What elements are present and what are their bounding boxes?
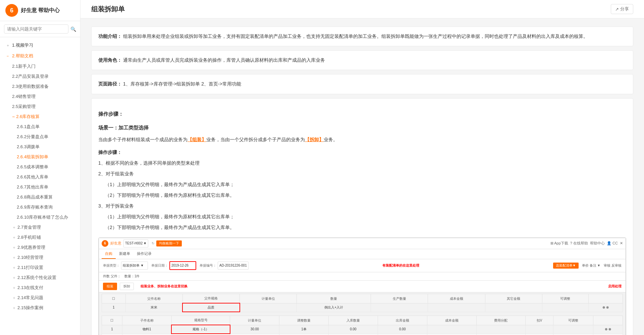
ss-type-btns: 组装 拆卸 组装业务、拆卸业务在这里切换 启用处理 [103, 283, 622, 290]
ss-upper-table-area: ☐ 父件名称 父件规格 计量单位 数量 生产数量 成本金额 其它金额 可调整 [99, 292, 626, 314]
ss-company-name: TEST-H002 [125, 240, 143, 246]
ss-nav-new[interactable]: 新建单 [116, 249, 133, 259]
sidebar-item-print[interactable]: ＋2.11打印设置 [0, 263, 80, 273]
ss-th-other-amt: 其它金额 [485, 294, 542, 303]
share-label: 分享 [620, 6, 629, 12]
sidebar-item-finance[interactable]: ＋2.7资金管理 [0, 222, 80, 232]
sidebar-item-settings[interactable]: ＋2.12系统个性化设置 [0, 273, 80, 283]
ss-disassembly-btn[interactable]: 拆卸 [120, 283, 134, 290]
step2: 2、对于组装业务 [98, 169, 626, 178]
sidebar-item-sales[interactable]: 2.4销售管理 [0, 92, 80, 102]
assembly-link[interactable]: 【组装】 [187, 137, 206, 142]
ss-th2-unit: 计量单位 [230, 316, 279, 325]
ss-order-type-input[interactable]: 组装拆卸单 ▼ [121, 262, 148, 270]
ss-refresh-icon[interactable]: ↻ [152, 240, 154, 246]
intro-text: 组装拆卸单用来处理企业组装或拆卸等加工业务，支持有固定装配清单的产品加工业务，也… [123, 34, 588, 39]
search-icon[interactable]: 🔍 [70, 26, 76, 32]
ss-th2-inbound-qty: 入库数量 [328, 316, 378, 325]
ss-th-checkbox: ☐ [102, 294, 126, 303]
content-area: 功能介绍： 组装拆卸单用来处理企业组装或拆卸等加工业务，支持有固定装配清单的产品… [80, 18, 644, 335]
ss-form-area: 单据类型： 组装拆卸单 ▼ 单据日期： 2019-12-26 单据编号： AD-… [99, 259, 626, 272]
ss-no-input[interactable]: AD-20191226-001 [218, 262, 249, 270]
ss-user-icon: 👤 CC [607, 240, 618, 247]
ss-th-unit: 计量单位 [240, 294, 297, 303]
sidebar-item-transfer[interactable]: 2.6.3调拨单 [0, 142, 80, 152]
ss-lower-table-wrap: ☐ 子件名称 规格型号 计量单位 调整数量 入库数量 出库金额 成本金额 费用分 [102, 316, 623, 335]
ss-nav-self[interactable]: 自购 [102, 249, 116, 259]
ss-date-input[interactable]: 2019-12-26 [169, 261, 196, 270]
sidebar-item-inventory[interactable]: −2.6库存核算 [0, 112, 80, 122]
sidebar-item-purchase[interactable]: 2.5采购管理 [0, 102, 80, 112]
sidebar-item-cases[interactable]: ＋2.15操作案例 [0, 303, 80, 313]
role-text: 通常由生产人员或库管人员完成拆装业务的操作，库管人员确认原材料的出库和产成品的入… [123, 57, 325, 63]
sidebar-item-video[interactable]: ＋ 1.视频学习 [0, 40, 80, 51]
sidebar-item-ledgererror[interactable]: 2.6.10库存账本错了怎么办 [0, 212, 80, 222]
main-content: 组装拆卸单 ↗ 分享 功能介绍： 组装拆卸单用来处理企业组装或拆卸等加工业务，支… [80, 0, 644, 335]
ss-lower-row-2: 2 物料2 30.00 0.00 0.00 [102, 334, 623, 335]
ss-th-adjustable: 可调整 [542, 294, 588, 303]
sidebar-item-assembly[interactable]: 2.6.4组装拆卸单 [0, 152, 80, 162]
ss-th2-spec: 规格型号 [171, 316, 230, 325]
sidebar-item-docs[interactable]: − 2.帮助文档 [0, 51, 80, 61]
ss-th2-deductv: 扣V [526, 316, 553, 325]
role-label: 使用角色： [98, 57, 122, 63]
expand-icon-cases: ＋ [12, 305, 16, 311]
ss-th2-action [593, 316, 623, 325]
sidebar-item-stockcount[interactable]: 2.6.1盘点单 [0, 122, 80, 132]
expand-icon-finance: ＋ [12, 225, 16, 230]
search-box: 🔍 [0, 21, 80, 37]
ss-company-chevron: ▼ [143, 240, 147, 246]
search-input[interactable] [4, 24, 68, 34]
sidebar-item-install[interactable]: 2.2产品安装及登录 [0, 71, 80, 81]
expand-icon-coupon: ＋ [12, 245, 16, 250]
sidebar-item-splitcount[interactable]: 2.6.2分量盘点单 [0, 132, 80, 142]
ss-upper-table: ☐ 父件名称 父件规格 计量单位 数量 生产数量 成本金额 其它金额 可调整 [102, 294, 623, 312]
sidebar-item-coupon[interactable]: ＋2.9优惠券管理 [0, 242, 80, 253]
step2-1: （1）上部明细为父件明细，最终作为产成品生成其它入库单； [98, 180, 626, 189]
ss-close-icon[interactable]: ✕ [620, 240, 623, 247]
screenshot-container: 6 好生意 TEST-H002 ▼ ↻ 均衡账期一下 ⊞ App下载 ? 在线帮… [98, 237, 626, 335]
ss-assembly-btn[interactable]: 组装 [103, 283, 117, 290]
ss-upper-row-1: 1 米米 品质 倒出入+入计 ⊕ ⊗ [102, 303, 623, 312]
ss-annotation-banner: 有装配清单的在这里处理 [252, 263, 550, 269]
sidebar-item-ledger[interactable]: 2.6.9库存账本查询 [0, 202, 80, 212]
ss-new-btn[interactable]: 均衡账期一下 [156, 240, 182, 246]
sidebar-item-label: 2.帮助文档 [12, 53, 33, 59]
ss-th2-child-name: 子件名称 [122, 316, 171, 325]
path-text: 1、库存核算->库存管理->组装拆卸单 2、首页->常用功能 [123, 81, 241, 87]
ss-select-bom-btn[interactable]: 选装配清单▼ [553, 263, 579, 269]
ss-date-row: 单据日期： 2019-12-26 [151, 261, 196, 270]
ss-th-cost-amt: 成本金额 [428, 294, 485, 303]
disassembly-link[interactable]: 【拆卸】 [305, 137, 324, 142]
app-logo: 6 [5, 4, 18, 17]
inventory-sub-items: 2.6.1盘点单 2.6.2分量盘点单 2.6.3调拨单 2.6.4组装拆卸单 … [0, 122, 80, 222]
ss-company-select[interactable]: TEST-H002 ▼ [123, 239, 148, 247]
sidebar-item-costrecalc[interactable]: 2.6.8商品成本重算 [0, 192, 80, 202]
ss-th2-out-amt: 出库金额 [378, 316, 427, 325]
ss-nav-history[interactable]: 操作记录 [133, 249, 155, 259]
ss-save-label: 审核 反审核 [604, 263, 622, 269]
intro-block: 功能介绍： 组装拆卸单用来处理企业组装或拆卸等加工业务，支持有固定装配清单的产品… [91, 26, 633, 46]
share-button[interactable]: ↗ 分享 [611, 4, 633, 14]
step3-1: （1）上部明细为父件明细，最终作为原材料生成其它出库单； [98, 212, 626, 221]
steps-block: 操作步骤： 场景一：加工类型选择 当由多个子件材料组装成一个成品的业务为【组装】… [91, 98, 633, 335]
expand-icon-payment: ＋ [12, 285, 16, 291]
sidebar-item-dataprep[interactable]: 2.3使用前数据准备 [0, 81, 80, 92]
sidebar-item-otherinbound[interactable]: 2.6.6其他入库单 [0, 172, 80, 182]
sidebar-item-faq[interactable]: ＋2.14常见问题 [0, 293, 80, 303]
expand-icon-faq: ＋ [12, 295, 16, 301]
sidebar-item-bizmanage[interactable]: ＋2.10经营管理 [0, 253, 80, 263]
ss-no-label: 单据编号： [200, 263, 216, 269]
sidebar-header: 6 好生意 帮助中心 [0, 0, 80, 21]
sidebar-item-otheroutbound[interactable]: 2.6.7其他出库单 [0, 182, 80, 192]
sidebar-item-costadjust[interactable]: 2.6.5成本调整单 [0, 162, 80, 172]
sidebar-item-mobile[interactable]: ＋2.8手机旺铺 [0, 232, 80, 242]
ss-th2-checkbox: ☐ [102, 316, 122, 325]
ss-brand: 好生意 [110, 240, 121, 247]
ss-nav: 自购 新建单 操作记录 [99, 249, 626, 260]
ss-th-action [588, 294, 623, 303]
sidebar-item-newbie[interactable]: 2.1新手入门 [0, 61, 80, 71]
sidebar-item-payment[interactable]: ＋2.13在线支付 [0, 283, 80, 293]
step3: 3、对于拆装业务 [98, 201, 626, 211]
ss-type-annotation: 组装业务、拆卸业务在这里切换 [141, 283, 187, 289]
